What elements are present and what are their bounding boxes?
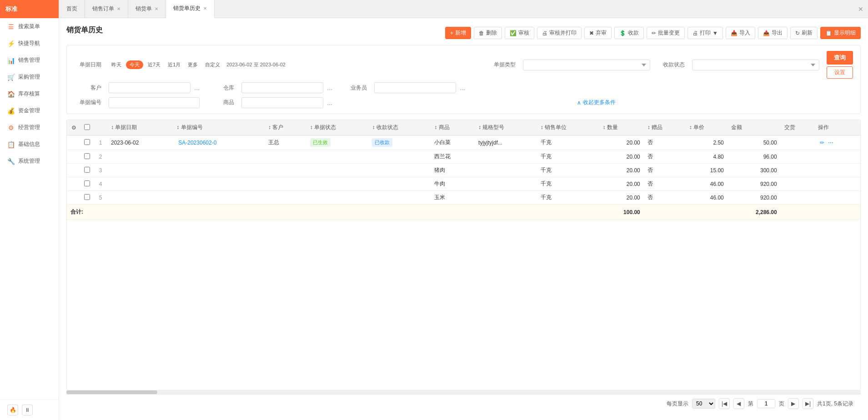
col-doc-no[interactable]: ↕ 单据编号 (173, 120, 264, 135)
purchase-mgmt-icon: 🛒 (7, 74, 15, 81)
row-checkbox[interactable] (84, 167, 90, 173)
sidebar-item-search-menu[interactable]: ☰ 搜索菜单 (0, 18, 59, 35)
col-unit-price[interactable]: ↕ 单价 (686, 120, 728, 135)
tab-sales-goods-history[interactable]: 销货单历史 ✕ (166, 0, 215, 18)
doc-no-cell (173, 150, 264, 164)
shortcut-custom[interactable]: 自定义 (202, 60, 223, 69)
batch-change-button[interactable]: ✏ 批量变更 (647, 27, 685, 39)
more-action[interactable]: ⋯ (826, 140, 835, 146)
system-mgmt-icon: 🔧 (7, 158, 15, 165)
shortcut-today[interactable]: 今天 (126, 60, 143, 69)
col-customer[interactable]: ↕ 客户 (265, 120, 306, 135)
actions-cell (814, 164, 860, 177)
payment-status-select[interactable] (692, 60, 819, 70)
print-button[interactable]: 🖨 打印 ▼ (687, 27, 723, 39)
tab-home[interactable]: 首页 (59, 0, 85, 18)
col-spec[interactable]: ↕ 规格型号 (475, 120, 537, 135)
shortcut-yesterday[interactable]: 昨天 (109, 60, 124, 69)
sidebar-item-system-mgmt[interactable]: 🔧 系统管理 (0, 153, 59, 170)
actions-cell (814, 150, 860, 164)
last-page-button[interactable]: ▶| (803, 398, 813, 409)
sidebar-item-operation-mgmt[interactable]: ⚙ 经营管理 (0, 119, 59, 136)
payment-status-group (692, 60, 819, 70)
salesperson-dots[interactable]: ... (460, 84, 465, 91)
col-unit[interactable]: ↕ 销售单位 (537, 120, 599, 135)
add-icon: + (450, 30, 453, 36)
collect-button[interactable]: 💲 收款 (614, 27, 644, 39)
collapse-button[interactable]: ∧ 收起更多条件 (575, 97, 617, 108)
warehouse-input[interactable] (241, 82, 323, 93)
query-button[interactable]: 查询 (827, 51, 853, 65)
sidebar-item-sales-mgmt[interactable]: 📊 销售管理 (0, 52, 59, 69)
sidebar-item-purchase-mgmt[interactable]: 🛒 采购管理 (0, 69, 59, 85)
col-doc-date[interactable]: ↕ 单据日期 (107, 120, 173, 135)
shortcut-7days[interactable]: 近7天 (145, 60, 163, 69)
refresh-button[interactable]: ↻ 刷新 (790, 27, 818, 39)
salesperson-group: ... (374, 82, 465, 93)
col-gift[interactable]: ↕ 赠品 (644, 120, 686, 135)
doc-no-input[interactable] (109, 97, 200, 108)
tab-sales-goods-close[interactable]: ✕ (155, 6, 158, 11)
col-qty[interactable]: ↕ 数量 (599, 120, 644, 135)
gift-cell: 否 (644, 177, 686, 191)
warehouse-dots[interactable]: ... (327, 84, 332, 91)
sidebar-item-quick-nav[interactable]: ⚡ 快捷导航 (0, 35, 59, 52)
doc-type-select[interactable] (523, 60, 650, 70)
tab-sales-order-close[interactable]: ✕ (117, 6, 120, 11)
row-checkbox[interactable] (84, 180, 90, 186)
import-button[interactable]: 📥 导入 (726, 27, 755, 39)
summary-total-qty: 100.00 (599, 205, 644, 220)
tab-home-label: 首页 (66, 5, 77, 13)
doc-no-link[interactable]: SA-20230602-0 (176, 140, 218, 146)
next-page-button[interactable]: ▶ (788, 398, 799, 409)
tab-sales-goods[interactable]: 销货单 ✕ (128, 0, 166, 18)
show-detail-button[interactable]: 📋 显示明细 (820, 27, 861, 39)
customer-dots[interactable]: ... (194, 84, 200, 91)
col-payment-status[interactable]: ↕ 收款状态 (368, 120, 431, 135)
row-checkbox[interactable] (84, 139, 90, 145)
sidebar-item-label: 资金管理 (18, 107, 40, 115)
audit-print-button[interactable]: 🖨 审核并打印 (537, 27, 582, 39)
base-info-icon: 📋 (7, 141, 15, 148)
sidebar-item-inventory-calc[interactable]: 🏠 库存核算 (0, 85, 59, 102)
date-shortcuts: 昨天 今天 近7天 近1月 更多 自定义 2023-06-02 至 2023-0… (109, 60, 286, 69)
tab-bar-close-all[interactable]: ✕ (858, 5, 868, 13)
add-button[interactable]: + 新增 (445, 27, 471, 39)
scrollbar-thumb[interactable] (66, 390, 157, 394)
col-doc-status[interactable]: ↕ 单据状态 (306, 120, 369, 135)
setting-button[interactable]: 设置 (827, 66, 853, 79)
first-page-button[interactable]: |◀ (719, 398, 730, 409)
goods-input[interactable] (241, 97, 323, 108)
horizontal-scrollbar[interactable] (66, 390, 861, 394)
sidebar-item-base-info[interactable]: 📋 基础信息 (0, 136, 59, 153)
page-size-select[interactable]: 50 100 200 (692, 399, 715, 409)
customer-input[interactable] (109, 82, 191, 93)
shortcut-more[interactable]: 更多 (185, 60, 201, 69)
unit-cell: 千克 (537, 150, 599, 164)
sidebar-fire-btn[interactable]: 🔥 (7, 405, 18, 415)
sidebar-pause-btn[interactable]: ⏸ (22, 405, 33, 415)
shortcut-1month[interactable]: 近1月 (165, 60, 183, 69)
row-checkbox[interactable] (84, 194, 90, 200)
salesperson-input[interactable] (374, 82, 456, 93)
export-button[interactable]: 📤 导出 (758, 27, 788, 39)
goods-dots[interactable]: ... (327, 99, 332, 106)
actions-cell (814, 177, 860, 191)
gift-cell: 否 (644, 135, 686, 150)
unit-price-cell: 15.00 (686, 164, 728, 177)
delete-button[interactable]: 🗑 删除 (474, 27, 502, 39)
row-checkbox[interactable] (84, 153, 90, 159)
abandon-button[interactable]: ✖ 弃审 (584, 27, 612, 39)
sidebar-item-finance-mgmt[interactable]: 💰 资金管理 (0, 102, 59, 119)
audit-button[interactable]: ✅ 审核 (505, 27, 534, 39)
sidebar: 标准 ☰ 搜索菜单 ⚡ 快捷导航 📊 销售管理 🛒 采购管理 🏠 库存核算 💰 … (0, 0, 59, 420)
col-goods[interactable]: ↕ 商品 (431, 120, 475, 135)
edit-action[interactable]: ✏ (818, 140, 826, 146)
select-all-checkbox[interactable] (84, 124, 90, 130)
prev-page-button[interactable]: ◀ (733, 398, 744, 409)
page-number-input[interactable] (757, 399, 775, 408)
tab-sales-goods-history-close[interactable]: ✕ (203, 6, 207, 11)
audit-print-icon: 🖨 (542, 30, 547, 36)
tab-sales-order[interactable]: 销售订单 ✕ (85, 0, 128, 18)
col-settings[interactable]: ⚙ (67, 120, 80, 135)
